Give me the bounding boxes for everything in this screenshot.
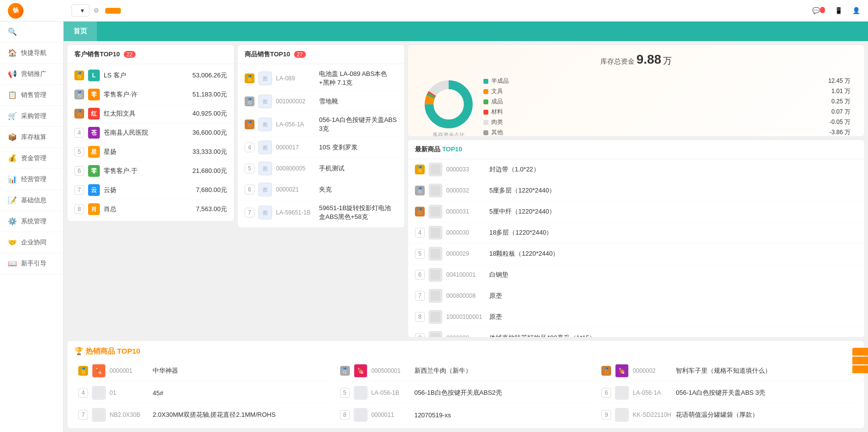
legend-item: 半成品12.45 万 [483, 77, 850, 85]
inventory-chart-label: 库存资金占比 [433, 131, 465, 137]
product-rank-badge: 27 [294, 51, 306, 58]
customer-rank-badge: 22 [124, 51, 136, 58]
hot-products-list: 🥇🍖0000001中华神器🥈🍖000500001新西兰牛肉（新牛）🥉🍖00000… [74, 361, 857, 425]
purchase-icon: 🛒 [8, 112, 17, 120]
hot-product-code: 000500001 [371, 367, 411, 374]
float-live[interactable]: 直播 [852, 365, 868, 373]
try-btn[interactable] [105, 8, 121, 14]
customer-name: 云扬 [104, 186, 192, 194]
new-products-title: 最新商品 TOP10 [415, 145, 462, 154]
system-selector[interactable]: ▾ [71, 4, 90, 17]
gear-icon[interactable]: ⚙ [93, 7, 99, 14]
svg-rect-25 [431, 291, 440, 301]
sidebar-item-basic[interactable]: 📝 基础信息 [0, 190, 63, 211]
legend-dot [483, 99, 488, 104]
inventory-chart-section: 库存资金占比 半成品12.45 万文具1.01 万成品0.25 万材料0.07 … [416, 71, 856, 136]
customer-avatar: L [88, 70, 100, 81]
new-product-name: 18颗粒板（1220*2440） [489, 249, 857, 258]
hot-product-code: LA-056-1A [633, 389, 672, 396]
sidebar-item-system[interactable]: ⚙️ 系统管理 [0, 211, 63, 232]
product-name: 电池盖 LA-089 ABS本色+黑种 7.1克 [319, 70, 397, 87]
chevron-down-icon[interactable]: ▾ [81, 7, 84, 14]
legend-value: 12.45 万 [828, 77, 850, 85]
top-bar: 畅 ▾ ⚙ 💬 📱 👤 [0, 0, 868, 22]
svg-rect-24 [431, 270, 440, 280]
product-rank-item: 7图LA-59651-1B59651-1B旋转投影灯电池盒ABS黑色+58克 [238, 200, 404, 225]
messages-btn[interactable]: 💬 [812, 7, 825, 14]
product-rank-item: 6图0000021夹克 [238, 179, 404, 200]
new-product-code: 000800008 [446, 292, 485, 299]
collab-icon: 🤝 [8, 238, 17, 247]
inventory-unit: 万 [663, 56, 672, 66]
sidebar-item-operation[interactable]: 📊 经营管理 [0, 169, 63, 190]
legend-dot [483, 130, 488, 135]
customer-name: 星扬 [104, 147, 188, 156]
customer-avatar: 红 [88, 108, 100, 120]
hot-product-item: 5LA-056-1B056-1B白色按键开关底ABS2壳 [336, 383, 596, 403]
hot-products-section: 🏆 热销商品 TOP10 🥇🍖0000001中华神器🥈🍖000500001新西兰… [64, 341, 868, 432]
hot-product-name: 中华神器 [153, 366, 330, 375]
legend-item: 材料0.07 万 [483, 108, 850, 116]
inventory-legend: 半成品12.45 万文具1.01 万成品0.25 万材料0.07 万肉类-0.0… [483, 77, 850, 136]
new-product-item: 🥉00000315厘中纤（1220*2440） [408, 201, 864, 222]
svg-rect-40 [616, 409, 628, 421]
legend-value: -3.86 万 [829, 128, 850, 136]
sidebar-item-purchase[interactable]: 🛒 采购管理 [0, 106, 63, 127]
online-service-btn[interactable]: 👤 [852, 7, 860, 14]
sidebar-item-quicknav[interactable]: 🏠 快捷导航 [0, 43, 63, 64]
customer-name: 零售客户·于 [104, 167, 188, 175]
product-thumb: 图 [258, 141, 272, 154]
new-product-item: 🥈00000325厘多层（1220*2440） [408, 180, 864, 201]
tab-home[interactable]: 首页 [64, 22, 97, 41]
hot-product-thumb [92, 386, 106, 400]
hot-product-code: 0000011 [371, 411, 411, 418]
sidebar-item-inventory[interactable]: 📦 库存核算 [0, 127, 63, 148]
customer-rank-item: 5星星扬33,333.00元 [68, 143, 234, 162]
product-rank-list: 🥇图LA-089电池盖 LA-089 ABS本色+黑种 7.1克🥈图001000… [238, 64, 404, 227]
customer-value: 51,183.00元 [192, 90, 227, 99]
product-code: LA-056-1A [276, 121, 315, 128]
product-name: 手机测试 [319, 164, 397, 173]
product-name: 10S 变刹罗浆 [319, 143, 397, 152]
new-product-code: 0000028 [446, 335, 485, 337]
product-thumb: 图 [258, 118, 272, 131]
legend-name: 材料 [491, 108, 828, 116]
sidebar-item-collab[interactable]: 🤝 企业协同 [0, 232, 63, 253]
new-product-code: 0000030 [446, 229, 485, 236]
marketing-icon: 📢 [8, 70, 17, 78]
customer-rank-item: 8肖肖总7,563.00元 [68, 200, 234, 219]
product-code: 001000002 [276, 98, 315, 105]
new-product-name: 封边带（1.0*22） [489, 165, 857, 174]
hot-product-name: 花语萌值温分罐罐袋（厚款） [676, 410, 853, 419]
svg-rect-22 [431, 228, 440, 238]
customer-avatar: 星 [88, 146, 100, 158]
product-rank-header: 商品销售TOP10 27 [238, 45, 404, 64]
sidebar-item-guide[interactable]: 📖 新手引导 [0, 253, 63, 274]
hot-product-item: 8000001112070519-xs [336, 405, 596, 425]
top-right: 💬 📱 👤 [812, 7, 860, 14]
sidebar-item-sales[interactable]: 📋 销售管理 [0, 85, 63, 106]
float-service-community[interactable]: 服务社区 [852, 357, 868, 364]
inventory-amount: 9.88 [637, 52, 662, 67]
hot-product-code: NB2.0X30B [110, 411, 149, 418]
new-product-name: 白钢垫 [489, 270, 857, 279]
sidebar-label-quicknav: 快捷导航 [21, 48, 46, 57]
new-product-thumb [429, 205, 442, 218]
hot-product-name: 45# [153, 389, 330, 397]
new-product-item: 🥇0000033封边带（1.0*22） [408, 159, 864, 180]
sidebar-search[interactable]: 🔍 [0, 22, 63, 43]
sidebar-item-marketing[interactable]: 📢 营销推广 [0, 64, 63, 85]
legend-value: 1.01 万 [831, 87, 850, 96]
app-download-btn[interactable]: 📱 [835, 7, 843, 14]
new-product-item: 7000800008原垄 [408, 286, 864, 307]
float-customer-service[interactable]: 客服热线 [852, 348, 868, 356]
inventory-title: 库存总资金 [600, 57, 637, 65]
svg-text:🍖: 🍖 [95, 367, 102, 374]
svg-text:图: 图 [263, 76, 268, 81]
sidebar-item-finance[interactable]: 💰 资金管理 [0, 148, 63, 169]
home-icon: 🏠 [8, 48, 17, 57]
svg-text:🍖: 🍖 [618, 367, 625, 374]
hot-product-code: LA-056-1B [371, 389, 411, 396]
sidebar-label-operation: 经营管理 [21, 175, 46, 184]
product-name: 雪地靴 [319, 97, 397, 106]
